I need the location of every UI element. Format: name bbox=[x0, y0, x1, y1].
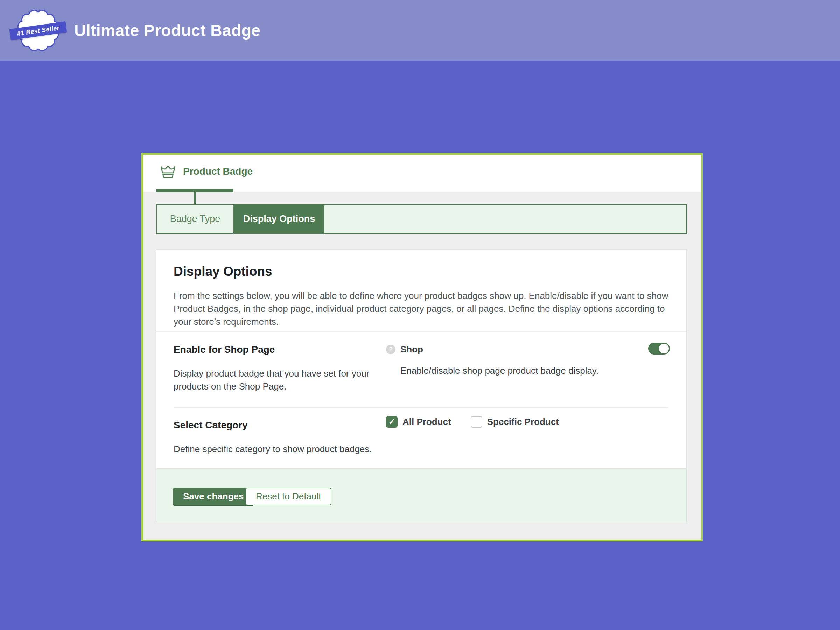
display-options-panel: Display Options From the settings below,… bbox=[156, 249, 687, 469]
save-changes-button[interactable]: Save changes bbox=[173, 488, 254, 505]
subtab-bar: Badge Type Display Options bbox=[156, 204, 687, 234]
category-setting-info: Select Category Define specific category… bbox=[174, 420, 377, 456]
setting-row-shop: Enable for Shop Page Display product bad… bbox=[156, 332, 686, 407]
card-top-bar: Product Badge bbox=[143, 155, 701, 192]
help-icon[interactable]: ? bbox=[386, 345, 395, 354]
app-logo: #1 Best Seller bbox=[17, 10, 59, 51]
category-options: ✓ All Product Specific Product bbox=[386, 416, 559, 428]
category-setting-description: Define specific category to show product… bbox=[174, 443, 377, 456]
shop-toggle[interactable] bbox=[648, 343, 670, 355]
tab-product-badge[interactable]: Product Badge bbox=[160, 164, 253, 178]
tab-display-options[interactable]: Display Options bbox=[234, 205, 324, 233]
option-all-product[interactable]: ✓ All Product bbox=[386, 416, 451, 428]
shop-field-label: Shop bbox=[400, 344, 423, 355]
tab-badge-type[interactable]: Badge Type bbox=[157, 205, 234, 233]
toggle-knob bbox=[659, 344, 669, 354]
checkbox-all-product-checked-icon[interactable]: ✓ bbox=[386, 416, 398, 428]
settings-card: Product Badge Badge Type Display Options… bbox=[141, 153, 703, 542]
page-title: Ultimate Product Badge bbox=[74, 21, 261, 40]
tab-connector-line bbox=[194, 192, 196, 204]
page: { "header": { "title": "Ultimate Product… bbox=[0, 0, 840, 630]
category-setting-title: Select Category bbox=[174, 420, 377, 431]
setting-row-category: Select Category Define specific category… bbox=[156, 408, 686, 469]
reset-to-default-button[interactable]: Reset to Default bbox=[245, 488, 332, 505]
actions-footer: Save changes Reset to Default bbox=[156, 469, 687, 522]
panel-heading: Display Options bbox=[174, 264, 670, 279]
main-tab-label: Product Badge bbox=[183, 166, 253, 177]
app-header: #1 Best Seller Ultimate Product Badge bbox=[0, 0, 840, 60]
shop-setting-title: Enable for Shop Page bbox=[174, 344, 377, 355]
option-specific-product-label: Specific Product bbox=[487, 417, 559, 427]
panel-intro: Display Options From the settings below,… bbox=[174, 264, 670, 328]
option-all-product-label: All Product bbox=[403, 417, 451, 427]
option-specific-product[interactable]: Specific Product bbox=[471, 416, 559, 428]
shop-field-label-row: ? Shop bbox=[386, 344, 610, 355]
shop-field-description: Enable/disable shop page product badge d… bbox=[400, 365, 610, 376]
shop-setting-description: Display product badge that you have set … bbox=[174, 367, 377, 393]
panel-intro-text: From the settings below, you will be abl… bbox=[174, 289, 670, 328]
shop-field: ? Shop Enable/disable shop page product … bbox=[386, 344, 610, 376]
shop-setting-info: Enable for Shop Page Display product bad… bbox=[174, 344, 377, 393]
section-divider bbox=[156, 331, 686, 332]
crown-icon bbox=[160, 164, 176, 178]
checkbox-specific-product[interactable] bbox=[471, 416, 482, 428]
